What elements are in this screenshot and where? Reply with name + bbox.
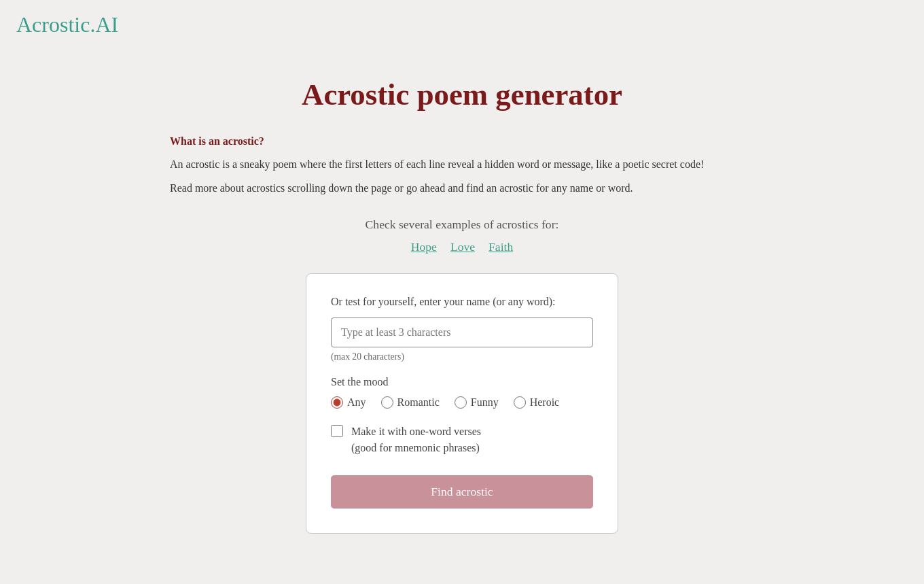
mood-radio-heroic[interactable] — [514, 396, 526, 409]
intro-read-more: Read more about acrostics scrolling down… — [170, 179, 754, 197]
max-chars-note: (max 20 characters) — [331, 351, 593, 362]
site-logo[interactable]: Acrostic.AI — [16, 12, 118, 37]
intro-section: What is an acrostic? An acrostic is a sn… — [170, 133, 754, 197]
site-header: Acrostic.AI — [0, 0, 924, 50]
example-link-love[interactable]: Love — [450, 240, 475, 254]
mood-radio-romantic[interactable] — [381, 396, 393, 409]
intro-description: An acrostic is a sneaky poem where the f… — [170, 156, 754, 173]
one-word-checkbox[interactable] — [331, 425, 343, 437]
form-card: Or test for yourself, enter your name (o… — [306, 273, 618, 534]
mood-label-any: Any — [347, 396, 366, 409]
mood-option-romantic[interactable]: Romantic — [381, 396, 440, 409]
what-is-acrostic-label: What is an acrostic? — [170, 133, 754, 150]
one-word-label-line1: Make it with one-word verses — [351, 426, 481, 437]
mood-label: Set the mood — [331, 376, 593, 388]
main-content: Acrostic poem generator What is an acros… — [156, 50, 768, 574]
one-word-verses-row: Make it with one-word verses (good for m… — [331, 424, 593, 456]
examples-prompt: Check several examples of acrostics for: — [170, 218, 754, 232]
mood-option-heroic[interactable]: Heroic — [514, 396, 560, 409]
form-prompt: Or test for yourself, enter your name (o… — [331, 296, 593, 308]
one-word-label: Make it with one-word verses (good for m… — [351, 424, 481, 456]
example-link-faith[interactable]: Faith — [488, 240, 513, 254]
mood-option-funny[interactable]: Funny — [455, 396, 499, 409]
mood-options: Any Romantic Funny Heroic — [331, 396, 593, 409]
examples-section: Check several examples of acrostics for:… — [170, 218, 754, 254]
mood-label-romantic: Romantic — [397, 396, 440, 409]
one-word-label-line2: (good for mnemonic phrases) — [351, 442, 480, 453]
find-acrostic-button[interactable]: Find acrostic — [331, 475, 593, 509]
mood-radio-funny[interactable] — [455, 396, 467, 409]
mood-label-heroic: Heroic — [530, 396, 560, 409]
mood-option-any[interactable]: Any — [331, 396, 366, 409]
mood-label-funny: Funny — [471, 396, 499, 409]
example-link-hope[interactable]: Hope — [411, 240, 437, 254]
page-title: Acrostic poem generator — [170, 77, 754, 112]
word-input[interactable] — [331, 317, 593, 347]
mood-radio-any[interactable] — [331, 396, 343, 409]
examples-links: Hope Love Faith — [170, 240, 754, 254]
